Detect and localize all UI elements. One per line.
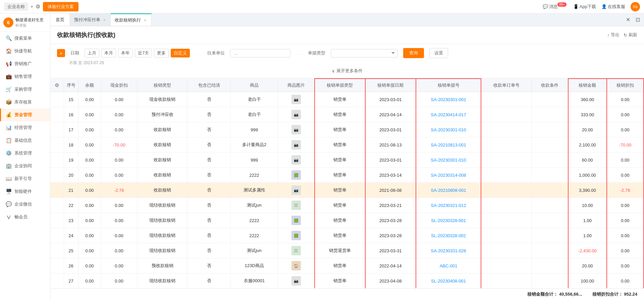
tab-close-all-icon[interactable]: ✕ (625, 16, 632, 24)
sidebar-item-newbie[interactable]: 📖 新手引导 (0, 172, 50, 185)
td-cancel-doc-no[interactable]: SA-20230314-008 (416, 168, 481, 183)
td-cancel-doc-no[interactable]: SA-20210813-001 (416, 137, 481, 153)
td-goods: 测试jun (231, 243, 278, 258)
td-cancel-doc-no[interactable]: SA-20230331-026 (416, 243, 481, 258)
cancel-doc-link[interactable]: SA-20230301-010 (431, 127, 466, 132)
export-btn[interactable]: ↑ 导出 (607, 32, 620, 38)
doc-type-select[interactable] (331, 49, 398, 57)
sidebar-label-marketing: 营销推广 (14, 61, 32, 67)
td-cancel-discount: 0.00 (607, 122, 644, 137)
sidebar-item-enterprise[interactable]: 🏢 企业协同 (0, 160, 50, 172)
query-btn[interactable]: 查询 (403, 48, 424, 58)
td-cancel-amount: 333.00 (568, 107, 607, 122)
date-7days-btn[interactable]: 近7天 (135, 49, 152, 57)
filter-settings-btn[interactable]: 设置 (429, 48, 448, 58)
td-cancel-type: 预收款核销 (137, 258, 187, 273)
td-cancel-doc-no[interactable]: SL-20230328-002 (416, 228, 481, 243)
company-selector[interactable]: 企业名称 (4, 3, 28, 11)
tab-home[interactable]: 首页 (50, 13, 70, 26)
sidebar-item-purchase[interactable]: 🛒 采购管理 (0, 83, 50, 96)
cancel-doc-link[interactable]: ABC-001 (440, 263, 458, 268)
td-cancel-doc-type: 销货单 (315, 137, 365, 153)
td-settings (50, 92, 64, 107)
cancel-doc-link[interactable]: SA-20230321-012 (431, 203, 466, 208)
cancel-doc-link[interactable]: SA-20230301-010 (431, 158, 466, 163)
app-download-item[interactable]: 📱 App下载 (573, 4, 596, 10)
cancel-doc-link[interactable]: SA-20230331-026 (431, 248, 466, 253)
date-more-btn[interactable]: 更多 (154, 49, 169, 57)
sidebar-item-search[interactable]: 🔍 搜索菜单 (0, 32, 50, 45)
data-table: ⚙ 序号 余额 现金折扣 核销类型 包含已结清 商品 商品图片 核销单据类型 核… (50, 78, 644, 288)
td-receipt-order-no (481, 243, 531, 258)
cancel-doc-link[interactable]: SA-20210808-001 (431, 188, 466, 193)
tab-prepay-close[interactable]: × (102, 17, 106, 22)
cancel-doc-link[interactable]: SA-20230301-001 (431, 97, 466, 102)
tab-restore-icon[interactable]: ⊡ (634, 16, 641, 24)
avatar[interactable]: Rit (631, 2, 640, 11)
online-service-item[interactable]: 👤 在线客服 (601, 4, 625, 10)
table-row: 22 0.00 0.00 现结收款核销 否 测试jun 🖼 销货单 2023-0… (50, 198, 644, 213)
td-cancel-doc-no[interactable]: SA-20230301-001 (416, 92, 481, 107)
party-input[interactable] (230, 49, 290, 57)
th-settings[interactable]: ⚙ (50, 79, 64, 92)
date-cur-year-btn[interactable]: 本年 (118, 49, 133, 57)
td-receipt-condition (532, 107, 568, 122)
td-cancel-doc-type: 销货单 (315, 168, 365, 183)
sidebar-item-hardware[interactable]: 🖥️ 智能硬件 (0, 185, 50, 198)
td-seq: 23 (64, 213, 78, 228)
td-settings (50, 137, 64, 153)
table-wrapper[interactable]: ⚙ 序号 余额 现金折扣 核销类型 包含已结清 商品 商品图片 核销单据类型 核… (50, 78, 644, 288)
td-cancel-doc-no[interactable]: SA-20230301-010 (416, 122, 481, 137)
td-cancel-doc-no[interactable]: SA-20210808-001 (416, 183, 481, 198)
date-prev-month-btn[interactable]: 上月 (85, 49, 99, 57)
filter-expand-btn[interactable]: » (57, 49, 65, 57)
cancel-doc-link[interactable]: SA-20230414-017 (431, 112, 466, 117)
td-cancel-doc-no[interactable]: SA-20230321-012 (416, 198, 481, 213)
tab-receive[interactable]: 收款核销执行 × (111, 13, 151, 26)
td-cancel-type: 现结收款核销 (137, 273, 187, 289)
goods-img-thumb: 🟩 (291, 170, 301, 180)
cancel-doc-link[interactable]: SA-20210813-001 (431, 142, 466, 147)
date-custom-btn[interactable]: 自定义 (171, 49, 190, 57)
td-goods: 2222 (231, 228, 278, 243)
sidebar-label-quick-nav: 快捷导航 (14, 48, 32, 54)
th-cancel-type: 核销类型 (137, 79, 187, 92)
date-cur-month-btn[interactable]: 本月 (101, 49, 116, 57)
cancel-doc-link[interactable]: SA-20230314-008 (431, 173, 466, 178)
th-cancel-discount: 核销折扣 (607, 79, 644, 92)
main-layout: 6 畅捷通道好生意 标准版 🔍 搜索菜单 🏠 快捷导航 📢 营销推广 💼 销售管… (0, 13, 644, 300)
tab-controls: ✕ ⊡ (622, 16, 644, 24)
td-cancel-doc-no[interactable]: SL-20230328-001 (416, 213, 481, 228)
td-cash-discount: 0.00 (101, 92, 138, 107)
refresh-btn[interactable]: ↻ 刷新 (624, 32, 637, 38)
td-cancel-doc-no[interactable]: SA-20230414-017 (416, 107, 481, 122)
message-item[interactable]: 💬 消息 99+ (543, 4, 568, 10)
sidebar-item-marketing[interactable]: 📢 营销推广 (0, 57, 50, 70)
expand-more-btn[interactable]: ∨ 展开更多条件 (57, 68, 637, 74)
gear-icon[interactable]: ⚙ (36, 3, 40, 10)
cancel-doc-link[interactable]: SL-20230328-001 (431, 218, 466, 223)
cancel-doc-link[interactable]: SL-20230408-001 (431, 278, 466, 284)
filter-dots-1: ... (195, 51, 202, 56)
sidebar-item-wechat[interactable]: 💬 企业微信 (0, 198, 50, 211)
sidebar-icon-purchase: 🛒 (6, 86, 12, 92)
sidebar-item-sales[interactable]: 💼 销售管理 (0, 70, 50, 83)
td-cancel-doc-no[interactable]: SA-20230301-010 (416, 153, 481, 168)
sidebar-item-operations[interactable]: 📊 经营管理 (0, 121, 50, 134)
sidebar-item-finance[interactable]: 💰 资金管理 (0, 109, 50, 121)
td-cancel-doc-no[interactable]: ABC-001 (416, 258, 481, 273)
sidebar-item-quick-nav[interactable]: 🏠 快捷导航 (0, 45, 50, 57)
sidebar-item-basic[interactable]: 📋 基础信息 (0, 134, 50, 147)
td-balance: 0.00 (78, 107, 101, 122)
td-cancel-doc-no[interactable]: SL-20230408-001 (416, 273, 481, 289)
th-receipt-order-no: 收款单订单号 (481, 79, 531, 92)
sidebar-item-inventory[interactable]: 📦 库存核算 (0, 96, 50, 109)
cancel-doc-link[interactable]: SL-20230328-002 (431, 233, 466, 238)
sidebar-item-system[interactable]: ⚙️ 系统管理 (0, 147, 50, 160)
tab-prepay[interactable]: 预付冲应付单 × (70, 13, 111, 26)
tab-receive-close[interactable]: × (143, 18, 147, 23)
td-receipt-condition (532, 273, 568, 289)
industry-btn[interactable]: 体验行业方案 (43, 2, 78, 11)
table-settings-icon[interactable]: ⚙ (55, 82, 59, 88)
sidebar-item-member[interactable]: V 畅会员 (0, 211, 50, 223)
